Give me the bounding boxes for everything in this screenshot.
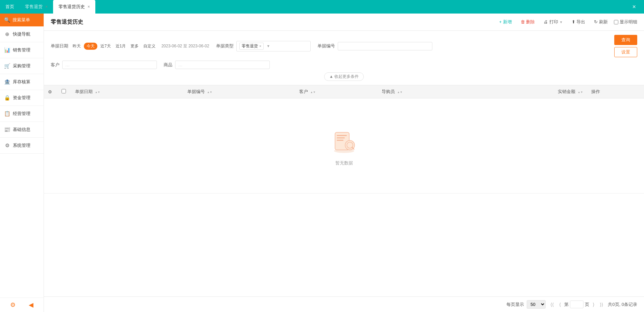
sales-icon: 📊 xyxy=(4,47,10,53)
pagination: 每页显示 20 50 100 ⟨⟨ ⟨ 第 1 页 ⟩ ⟩⟩ 共0页, 0条记录 xyxy=(44,296,644,312)
date-opt-1month[interactable]: 近1月 xyxy=(114,43,128,50)
display-detail-checkbox[interactable] xyxy=(614,20,618,24)
date-options: 昨天 今天 近7天 近1月 更多 自定义 xyxy=(71,43,157,50)
filter-area: 单据日期 昨天 今天 近7天 近1月 更多 自定义 2023-06-02 至 2… xyxy=(44,31,644,85)
date-opt-7days[interactable]: 近7天 xyxy=(99,43,113,50)
sort-bill-date-icon[interactable]: ▲▼ xyxy=(95,91,100,94)
page-title: 零售退货历史 xyxy=(51,19,83,26)
sort-customer-icon[interactable]: ▲▼ xyxy=(310,91,316,94)
collapse-button[interactable]: ▲ 收起更多条件 xyxy=(324,72,364,81)
tab-retail-return-history-label: 零售退货历史 xyxy=(58,4,85,10)
table-body: 暂无数据 xyxy=(44,98,644,194)
date-opt-today[interactable]: 今天 xyxy=(84,43,97,50)
bill-type-arrow-icon: ▼ xyxy=(266,44,270,48)
export-button[interactable]: ⬆ 导出 xyxy=(569,18,588,26)
date-opt-yesterday[interactable]: 昨天 xyxy=(71,43,82,50)
page-size-select[interactable]: 20 50 100 xyxy=(527,300,546,309)
next-page-button[interactable]: ⟩ xyxy=(591,301,596,308)
th-amount: 实销金额 ▲▼ xyxy=(475,85,587,98)
customer-input[interactable] xyxy=(62,61,157,69)
th-guide-label: 导购员 xyxy=(382,89,395,94)
sidebar-item-purchase-label: 采购管理 xyxy=(13,63,30,69)
sidebar-item-finance-label: 资金管理 xyxy=(13,95,30,101)
date-range-display: 2023-06-02 至 2023-06-02 xyxy=(161,43,209,49)
customer-label: 客户 xyxy=(51,62,59,68)
settings-bottom-icon[interactable]: ⚙ xyxy=(10,301,16,309)
tab-retail-return-close[interactable]: × xyxy=(45,4,48,9)
print-dropdown-icon[interactable]: ▼ xyxy=(559,20,563,24)
main-layout: 🔍 搜索菜单 ⊕ 快捷导航 📊 销售管理 🛒 采购管理 🏦 库存核算 🔒 资金管… xyxy=(0,14,644,312)
sidebar-item-finance[interactable]: 🔒 资金管理 xyxy=(0,90,44,106)
th-bill-date-label: 单据日期 xyxy=(75,89,93,94)
first-page-button[interactable]: ⟨⟨ xyxy=(548,301,556,308)
window-close-button[interactable]: × xyxy=(629,3,639,10)
finance-icon: 🔒 xyxy=(4,95,10,101)
sidebar-item-system-mgmt[interactable]: ⚙ 系统管理 xyxy=(0,138,44,154)
collapse-sidebar-icon[interactable]: ◀ xyxy=(29,301,33,309)
prev-page-button[interactable]: ⟨ xyxy=(557,301,563,308)
collapse-bar: ▲ 收起更多条件 xyxy=(51,72,637,81)
goods-label: 商品 xyxy=(164,62,172,68)
search-icon: 🔍 xyxy=(4,17,10,23)
sort-bill-no-icon[interactable]: ▲▼ xyxy=(207,91,212,94)
page-input[interactable]: 1 xyxy=(570,300,583,308)
select-all-checkbox[interactable] xyxy=(62,89,66,93)
th-guide: 导购员 ▲▼ xyxy=(378,85,475,98)
export-button-label: ⬆ 导出 xyxy=(572,19,586,25)
date-opt-more[interactable]: 更多 xyxy=(129,43,140,50)
tab-home[interactable]: 首页 xyxy=(0,0,20,14)
sort-amount-icon[interactable]: ▲▼ xyxy=(578,91,583,94)
th-operation: 操作 xyxy=(587,85,644,98)
th-bill-date: 单据日期 ▲▼ xyxy=(71,85,183,98)
bill-type-filter-item: 单据类型 零售退货 × ▼ xyxy=(216,41,311,51)
query-button-area: 查询 设置 xyxy=(607,35,637,57)
date-opt-custom[interactable]: 自定义 xyxy=(142,43,157,50)
sidebar-item-inventory-label: 库存核算 xyxy=(13,79,30,85)
page-unit: 页 xyxy=(585,302,589,308)
data-table: ⚙ 单据日期 ▲▼ 单据编号 ▲▼ xyxy=(44,85,644,194)
tab-retail-return[interactable]: 零售退货 × xyxy=(20,0,53,14)
query-button[interactable]: 查询 xyxy=(614,35,637,45)
sidebar-item-sales-mgmt[interactable]: 📊 销售管理 xyxy=(0,42,44,58)
page-label: 第 xyxy=(564,302,569,308)
new-button[interactable]: + 新增 xyxy=(496,18,514,26)
sidebar-item-operations[interactable]: 📋 经营管理 xyxy=(0,106,44,122)
refresh-button[interactable]: ↻ 刷新 xyxy=(591,18,611,26)
bill-no-input[interactable] xyxy=(338,42,432,50)
th-customer: 客户 ▲▼ xyxy=(295,85,378,98)
print-button[interactable]: 🖨 打印 ▼ xyxy=(541,18,566,26)
sidebar-item-quick-nav[interactable]: ⊕ 快捷导航 xyxy=(0,26,44,42)
delete-button[interactable]: 🗑 删除 xyxy=(518,18,538,26)
table-header: ⚙ 单据日期 ▲▼ 单据编号 ▲▼ xyxy=(44,85,644,98)
operations-icon: 📋 xyxy=(4,111,10,117)
settings-button[interactable]: 设置 xyxy=(614,47,637,57)
last-page-button[interactable]: ⟩⟩ xyxy=(598,301,605,308)
sidebar-search[interactable]: 🔍 搜索菜单 xyxy=(0,14,44,26)
empty-text: 暂无数据 xyxy=(335,160,353,166)
table-container: ⚙ 单据日期 ▲▼ 单据编号 ▲▼ xyxy=(44,85,644,296)
th-bill-no-label: 单据编号 xyxy=(187,89,205,94)
bill-type-select[interactable]: 零售退货 × ▼ xyxy=(236,41,311,51)
sort-guide-icon[interactable]: ▲▼ xyxy=(397,91,403,94)
sidebar-item-purchase-mgmt[interactable]: 🛒 采购管理 xyxy=(0,58,44,74)
tab-retail-return-label: 零售退货 xyxy=(25,4,43,10)
date-filter-item: 单据日期 昨天 今天 近7天 近1月 更多 自定义 2023-06-02 至 2… xyxy=(51,43,209,50)
th-operation-label: 操作 xyxy=(591,89,600,94)
page-size-label: 每页显示 xyxy=(506,302,524,308)
bill-type-remove-icon[interactable]: × xyxy=(259,44,261,48)
goods-input[interactable] xyxy=(175,61,270,69)
th-settings: ⚙ xyxy=(44,85,57,98)
sidebar-item-basic-label: 基础信息 xyxy=(13,127,30,133)
sidebar-item-basic-info[interactable]: 📰 基础信息 xyxy=(0,122,44,138)
tab-retail-return-history[interactable]: 零售退货历史 × xyxy=(53,0,95,14)
tab-retail-return-history-close[interactable]: × xyxy=(88,4,90,9)
filter-row-2: 客户 商品 xyxy=(51,61,637,69)
bill-type-label: 单据类型 xyxy=(216,43,234,49)
page-header: 零售退货历史 + 新增 🗑 删除 🖨 打印 ▼ ⬆ 导出 ↻ 刷新 xyxy=(44,14,644,31)
sidebar-item-inventory[interactable]: 🏦 库存核算 xyxy=(0,74,44,90)
sidebar-item-sales-label: 销售管理 xyxy=(13,47,30,53)
th-customer-label: 客户 xyxy=(299,89,308,94)
inventory-icon: 🏦 xyxy=(4,79,10,85)
bill-type-value: 零售退货 xyxy=(242,43,258,49)
table-settings-icon[interactable]: ⚙ xyxy=(48,89,52,94)
